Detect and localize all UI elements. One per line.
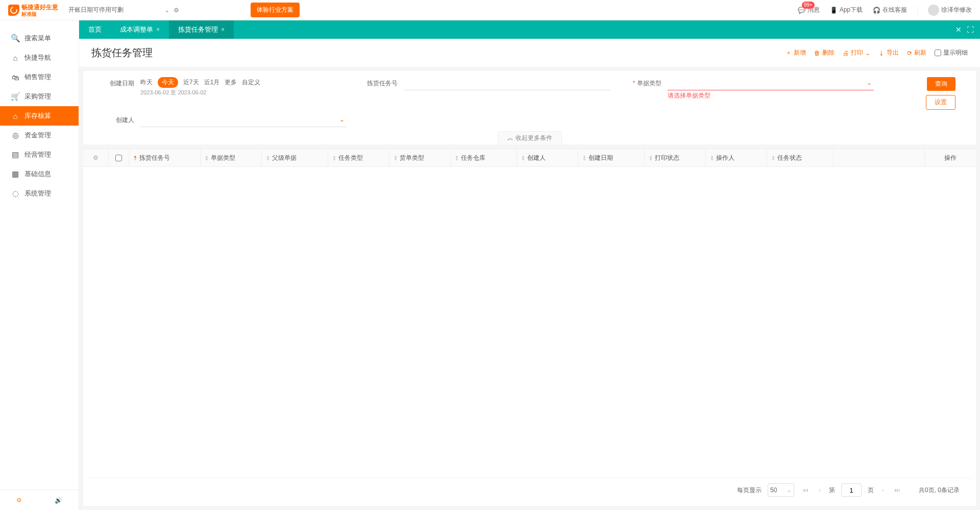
date-chip[interactable]: 今天: [158, 77, 178, 88]
sort-icon[interactable]: ▲▼: [394, 155, 398, 161]
cart-icon: 🛍: [11, 73, 19, 81]
sort-icon[interactable]: ▲▼: [771, 155, 775, 161]
filter-creator: 创建人 ⌄: [104, 114, 347, 127]
gear-icon[interactable]: ⚙: [174, 7, 179, 14]
th-col[interactable]: ▲▼创建人: [517, 149, 578, 166]
close-all-icon[interactable]: ✕: [955, 26, 962, 34]
th-col[interactable]: ▲▼父级单据: [262, 149, 328, 166]
th-col[interactable]: ▲▼任务状态: [767, 149, 834, 166]
sidebar-item-1[interactable]: ⌂快捷导航: [0, 48, 79, 67]
coin-icon: ◎: [11, 131, 19, 139]
add-action[interactable]: ＋新增: [786, 48, 806, 57]
page-summary: 共0页, 0条记录: [919, 486, 960, 495]
doc-type-select[interactable]: [668, 77, 874, 90]
sort-icon[interactable]: ▲▼: [205, 155, 209, 161]
sort-icon[interactable]: ▲▼: [710, 155, 714, 161]
sidebar-item-7[interactable]: ▦基础信息: [0, 164, 79, 184]
gear-icon[interactable]: ⚙: [93, 154, 99, 161]
sidebar-item-0[interactable]: 🔍搜索菜单: [0, 29, 79, 48]
tab-0[interactable]: 首页: [79, 20, 111, 39]
sort-icon[interactable]: ▲▼: [133, 155, 137, 161]
table-body: [83, 167, 976, 478]
date-chip[interactable]: 自定义: [242, 78, 260, 87]
th-checkbox: [109, 149, 129, 166]
sort-icon[interactable]: ▲▼: [649, 155, 653, 161]
account-selector[interactable]: 开账日期可停用可删 ⌄ ⚙: [68, 6, 251, 14]
task-no-input[interactable]: [404, 77, 610, 90]
th-col[interactable]: ▲▼创建日期: [578, 149, 645, 166]
th-col[interactable]: ▲▼任务类型: [328, 149, 389, 166]
settings-button[interactable]: 设置: [926, 95, 955, 110]
tab-1[interactable]: 成本调整单×: [111, 20, 169, 39]
settings-icon[interactable]: ⚙: [16, 497, 22, 504]
house-icon: ⌂: [11, 112, 19, 120]
th-col[interactable]: ▲▼任务仓库: [451, 149, 517, 166]
detail-checkbox[interactable]: [935, 50, 941, 56]
close-icon[interactable]: ×: [156, 26, 160, 33]
logo-icon: [8, 5, 19, 16]
next-page[interactable]: ›: [880, 487, 886, 494]
page-actions: ＋新增 🗑删除 🖨打印⌄ ⭳导出 ⟳刷新 显示明细: [786, 48, 968, 57]
print-icon: 🖨: [843, 50, 849, 57]
date-chip[interactable]: 更多: [225, 78, 237, 87]
phone-icon: 📱: [830, 7, 838, 14]
prev-page[interactable]: ‹: [817, 487, 823, 494]
tabs: 首页成本调整单×拣货任务管理× ✕ ⛶: [79, 20, 980, 39]
date-chip[interactable]: 近7天: [183, 78, 199, 87]
last-page[interactable]: ⏭: [892, 487, 902, 494]
th-col[interactable]: ▲▼打印状态: [645, 149, 706, 166]
sidebar-item-6[interactable]: ▤经营管理: [0, 145, 79, 164]
messages-link[interactable]: 💬 消息 99+: [798, 6, 820, 14]
sidebar-item-5[interactable]: ◎资金管理: [0, 126, 79, 145]
date-chip[interactable]: 近1月: [204, 78, 220, 87]
sort-icon[interactable]: ▲▼: [332, 155, 336, 161]
avatar: [928, 5, 939, 16]
export-action[interactable]: ⭳导出: [878, 48, 899, 57]
trial-button[interactable]: 体验行业方案: [251, 3, 300, 17]
plus-icon: ＋: [786, 48, 792, 57]
close-icon[interactable]: ×: [221, 26, 225, 33]
brand-edition: 标准版: [21, 12, 58, 17]
sort-icon[interactable]: ▲▼: [521, 155, 525, 161]
sidebar-item-3[interactable]: 🛒采购管理: [0, 87, 79, 106]
sidebar-item-2[interactable]: 🛍销售管理: [0, 67, 79, 87]
sidebar-item-8[interactable]: ◌系统管理: [0, 184, 79, 203]
tab-2[interactable]: 拣货任务管理×: [169, 20, 234, 39]
fullscreen-icon[interactable]: ⛶: [967, 26, 974, 34]
detail-toggle[interactable]: 显示明细: [935, 48, 968, 57]
sort-icon[interactable]: ▲▼: [266, 155, 270, 161]
delete-action[interactable]: 🗑删除: [814, 48, 835, 57]
page-size-select[interactable]: 50 ⌄: [768, 483, 794, 497]
collapse-icon[interactable]: 🔊: [55, 497, 62, 504]
headset-icon: 🎧: [873, 7, 880, 14]
filter-task-no: 拣货任务号: [367, 77, 610, 90]
date-chip[interactable]: 昨天: [140, 78, 153, 87]
query-button[interactable]: 查询: [927, 77, 955, 91]
badge: 99+: [802, 2, 815, 9]
page-header: 拣货任务管理 ＋新增 🗑删除 🖨打印⌄ ⭳导出 ⟳刷新 显示明细: [79, 39, 980, 67]
th-col[interactable]: ▲▼拣货任务号: [129, 149, 201, 166]
app-download-link[interactable]: 📱 App下载: [830, 6, 863, 14]
gear-icon: ◌: [11, 189, 19, 198]
first-page[interactable]: ⏮: [800, 487, 811, 494]
creator-select[interactable]: [140, 114, 347, 127]
refresh-action[interactable]: ⟳刷新: [907, 48, 926, 57]
th-col[interactable]: ▲▼操作人: [706, 149, 767, 166]
th-settings: ⚙: [83, 149, 109, 166]
select-all-checkbox[interactable]: [115, 155, 122, 161]
chevron-down-icon: ⌄: [787, 487, 792, 494]
collapse-filters[interactable]: ︽ 收起更多条件: [498, 131, 562, 144]
th-col[interactable]: ▲▼货单类型: [389, 149, 451, 166]
th-col[interactable]: ▲▼单据类型: [201, 149, 262, 166]
sidebar-item-4[interactable]: ⌂库存核算: [0, 106, 79, 126]
support-link[interactable]: 🎧 在线客服: [873, 6, 907, 14]
doc-icon: ▤: [11, 151, 19, 159]
trash-icon: 🗑: [814, 50, 820, 57]
user-menu[interactable]: 徐泽华修改: [928, 5, 972, 16]
page-input[interactable]: [841, 483, 862, 497]
print-action[interactable]: 🖨打印⌄: [843, 48, 870, 57]
th-op: 操作: [925, 149, 976, 166]
sort-icon[interactable]: ▲▼: [455, 155, 459, 161]
search-icon: 🔍: [11, 34, 19, 42]
sort-icon[interactable]: ▲▼: [582, 155, 586, 161]
